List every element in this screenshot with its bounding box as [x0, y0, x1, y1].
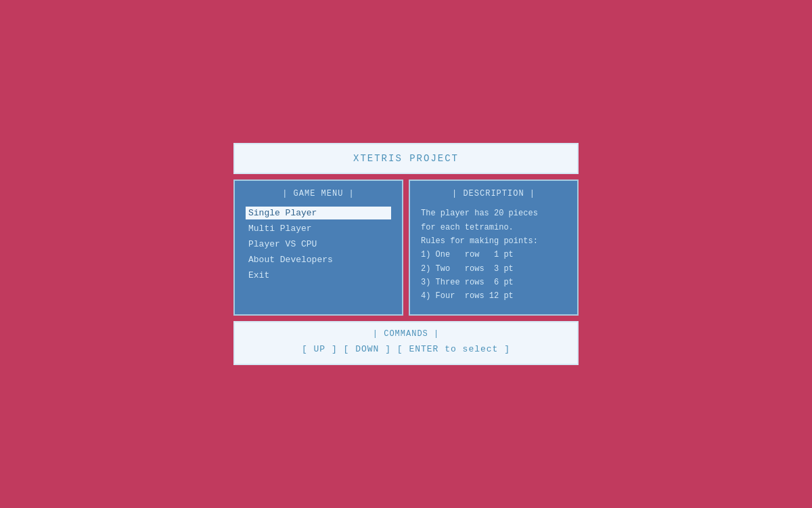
menu-item-single-player[interactable]: Single Player	[246, 207, 391, 219]
menu-item-about-developers[interactable]: About Developers	[246, 253, 391, 266]
commands-header: | COMMANDS |	[248, 329, 564, 339]
menu-item-player-vs-cpu[interactable]: Player VS CPU	[246, 238, 391, 251]
description-header: | DESCRIPTION |	[421, 189, 566, 198]
title-text: XTETRIS PROJECT	[353, 153, 459, 164]
menu-list: Single Player Multi Player Player VS CPU…	[246, 207, 391, 282]
title-box: XTETRIS PROJECT	[233, 143, 579, 174]
description-panel: | DESCRIPTION | The player has 20 pieces…	[409, 179, 579, 316]
game-menu-panel: | GAME MENU | Single Player Multi Player…	[233, 179, 403, 316]
commands-box: | COMMANDS | [ UP ] [ DOWN ] [ ENTER to …	[233, 321, 579, 365]
commands-text: [ UP ] [ DOWN ] [ ENTER to select ]	[248, 344, 564, 354]
menu-item-multi-player[interactable]: Multi Player	[246, 222, 391, 235]
menu-item-exit[interactable]: Exit	[246, 269, 391, 282]
main-container: XTETRIS PROJECT | GAME MENU | Single Pla…	[233, 143, 579, 365]
middle-row: | GAME MENU | Single Player Multi Player…	[233, 179, 579, 316]
description-text: The player has 20 pieces for each tetram…	[421, 207, 566, 303]
game-menu-header: | GAME MENU |	[246, 189, 391, 198]
